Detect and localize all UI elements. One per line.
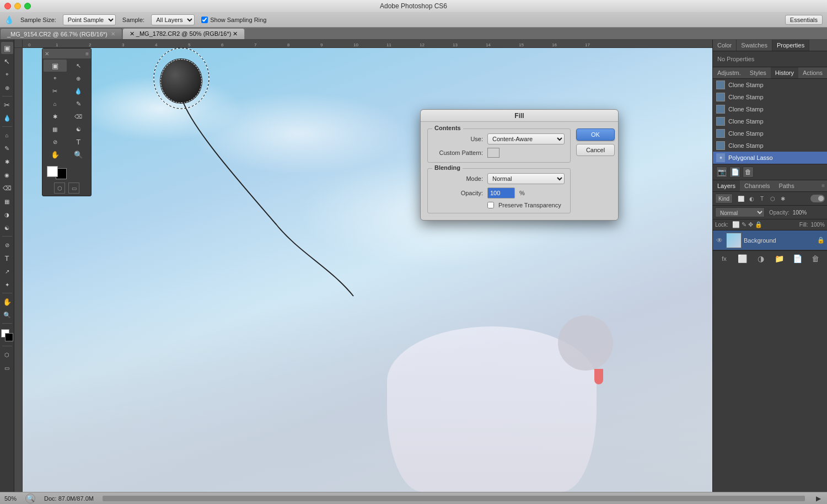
toolbox-type[interactable]: T: [67, 136, 90, 148]
layer-fx-btn[interactable]: fx: [719, 253, 730, 264]
toolbox-quick-mask[interactable]: ⬡: [54, 183, 65, 194]
move-tool-btn[interactable]: ↖: [1, 55, 13, 67]
history-item-active[interactable]: ⌖ Polygonal Lasso: [713, 152, 827, 164]
marquee-tool-btn[interactable]: ▣: [1, 42, 13, 54]
close-button[interactable]: [4, 3, 11, 9]
minimize-button[interactable]: [14, 3, 21, 9]
history-item[interactable]: Clone Stamp: [713, 91, 827, 103]
filter-type-icon[interactable]: T: [758, 194, 766, 203]
tab-styles[interactable]: Styles: [745, 67, 771, 78]
layers-kind-btn[interactable]: Kind: [715, 194, 733, 203]
history-item[interactable]: Clone Stamp: [713, 140, 827, 152]
tab-close-1[interactable]: ✕: [111, 31, 115, 37]
toolbox-crop[interactable]: ✂: [44, 85, 67, 97]
color-swatch[interactable]: [1, 329, 13, 341]
toolbox-healing[interactable]: ⌂: [44, 98, 67, 110]
history-delete-btn[interactable]: 🗑: [743, 167, 754, 178]
maximize-button[interactable]: [24, 3, 31, 9]
tab-properties[interactable]: Properties: [772, 40, 809, 51]
tab-paths[interactable]: Paths: [775, 180, 799, 191]
type-btn[interactable]: T: [1, 252, 13, 264]
toolbox-eyedropper[interactable]: 💧: [67, 85, 90, 97]
lock-position-btn[interactable]: ✥: [748, 221, 753, 228]
toolbox-close[interactable]: ✕: [45, 51, 49, 57]
sample-size-select[interactable]: Point Sample: [63, 14, 116, 25]
clone-stamp-btn[interactable]: ✱: [1, 156, 13, 168]
hand-btn[interactable]: ✋: [1, 296, 13, 308]
toolbox-gradient[interactable]: ▦: [44, 123, 67, 135]
tab-file-1[interactable]: _MG_9154.CR2 @ 66.7% (RGB/16*) ✕: [0, 28, 122, 39]
show-sampling-ring-checkbox[interactable]: [201, 17, 208, 23]
toolbox-screen-mode[interactable]: ▭: [68, 183, 79, 194]
zoom-btn[interactable]: 🔍: [1, 309, 13, 321]
ok-button[interactable]: OK: [576, 128, 615, 141]
tab-file-2[interactable]: ✕ _MG_1782.CR2 @ 50% (RGB/16*) ✕: [122, 28, 245, 39]
history-item[interactable]: Clone Stamp: [713, 127, 827, 140]
use-select[interactable]: Content-Aware Foreground Color Backgroun…: [487, 133, 565, 144]
cancel-button[interactable]: Cancel: [576, 144, 615, 156]
lasso-tool-btn[interactable]: ⌖: [1, 68, 13, 81]
gradient-btn[interactable]: ▦: [1, 195, 13, 207]
filter-pixel-icon[interactable]: ⬜: [737, 194, 745, 203]
tab-swatches[interactable]: Swatches: [737, 40, 772, 51]
toolbox-magic-wand[interactable]: ⊕: [67, 72, 90, 84]
shape-btn[interactable]: ✦: [1, 278, 13, 291]
tab-history[interactable]: History: [771, 67, 798, 78]
toolbox-zoom[interactable]: 🔍: [67, 148, 90, 160]
filter-toggle[interactable]: [810, 195, 825, 202]
dodge-btn[interactable]: ☯: [1, 222, 13, 234]
essentials-button[interactable]: Essentials: [785, 15, 823, 25]
lock-transparent-btn[interactable]: ⬜: [732, 221, 740, 228]
blur-btn[interactable]: ◑: [1, 208, 13, 221]
history-snapshot-btn[interactable]: 📷: [716, 167, 727, 178]
layer-mask-btn[interactable]: ⬜: [737, 253, 748, 264]
fill-dialog[interactable]: Fill Contents Use: Content-Aware Foregro…: [420, 109, 619, 221]
sample-select[interactable]: All Layers: [151, 14, 195, 25]
filter-adjustment-icon[interactable]: ◐: [747, 194, 756, 203]
layer-adjustment-btn[interactable]: ◑: [755, 253, 766, 264]
quick-select-btn[interactable]: ⊕: [1, 82, 13, 94]
toolbox-dodge[interactable]: ☯: [67, 123, 90, 135]
toolbox-eraser[interactable]: ⌫: [67, 110, 90, 122]
filter-shape-icon[interactable]: ⬡: [768, 194, 777, 203]
toolbox-brush[interactable]: ✎: [67, 98, 90, 110]
brush-btn[interactable]: ✎: [1, 142, 13, 154]
layer-delete-btn[interactable]: 🗑: [810, 253, 821, 264]
toolbox-fg-color[interactable]: [47, 166, 58, 177]
eraser-btn[interactable]: ⌫: [1, 182, 13, 194]
eyedropper-btn[interactable]: 💧: [1, 112, 13, 124]
lock-all-btn[interactable]: 🔒: [755, 221, 762, 228]
toolbox-move[interactable]: ↖: [67, 60, 90, 72]
zoom-icon[interactable]: 🔍: [25, 494, 35, 503]
tab-actions[interactable]: Actions: [798, 67, 827, 78]
history-brush-btn[interactable]: ◉: [1, 169, 13, 181]
tab-channels[interactable]: Channels: [740, 180, 774, 191]
background-color[interactable]: [5, 333, 13, 341]
layers-menu-btn[interactable]: ≡: [819, 180, 827, 191]
healing-btn[interactable]: ⌂: [1, 129, 13, 141]
layers-blend-select[interactable]: Normal: [715, 207, 765, 217]
crop-btn[interactable]: ✂: [1, 99, 13, 111]
history-item[interactable]: Clone Stamp: [713, 103, 827, 115]
tab-adjustments[interactable]: Adjustm.: [713, 67, 745, 78]
history-item[interactable]: Clone Stamp: [713, 115, 827, 127]
toolbox-pen[interactable]: ⊘: [44, 136, 67, 148]
lock-image-btn[interactable]: ✎: [742, 221, 747, 228]
toolbox-header[interactable]: ✕ ≡: [42, 49, 91, 58]
mode-select[interactable]: Normal Dissolve Multiply Screen: [487, 173, 565, 184]
toolbox-clone[interactable]: ✱: [44, 110, 67, 122]
preserve-transparency-checkbox[interactable]: [487, 202, 494, 208]
filter-smart-icon[interactable]: ✱: [778, 194, 787, 203]
toolbox-marquee[interactable]: ▣: [44, 60, 67, 72]
pen-btn[interactable]: ⊘: [1, 239, 13, 251]
toolbox-collapse[interactable]: ≡: [85, 51, 89, 57]
screen-mode-btn[interactable]: ▭: [1, 362, 13, 374]
layer-group-btn[interactable]: 📁: [774, 253, 785, 264]
path-select-btn[interactable]: ↗: [1, 265, 13, 277]
tab-layers[interactable]: Layers: [713, 180, 740, 191]
layer-background[interactable]: 👁 Background 🔒: [713, 230, 827, 250]
toolbox-hand[interactable]: ✋: [44, 148, 67, 160]
layer-new-btn[interactable]: 📄: [792, 253, 803, 264]
quick-mask-btn[interactable]: ⬡: [1, 348, 13, 361]
opacity-input[interactable]: [487, 187, 515, 199]
